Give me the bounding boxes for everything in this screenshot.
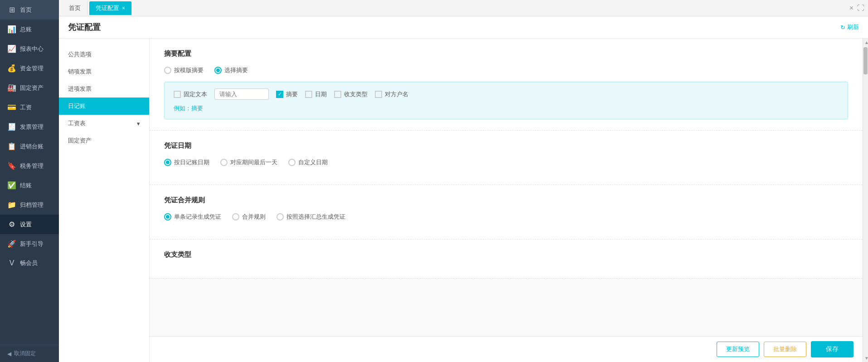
left-nav-item-public[interactable]: 公共选项 bbox=[59, 46, 149, 63]
checkbox-summary-box bbox=[276, 91, 283, 98]
left-nav-label-sales-invoice: 销项发票 bbox=[68, 68, 92, 76]
sidebar-label-salary: 工资 bbox=[20, 103, 32, 112]
batch-delete-button[interactable]: 批量删除 bbox=[764, 342, 806, 357]
tab-voucher-config-label: 凭证配置 bbox=[96, 4, 119, 12]
sidebar-label-trade-ledger: 进销台账 bbox=[20, 142, 44, 151]
sidebar-item-assets[interactable]: 🏭固定资产 bbox=[0, 78, 59, 98]
checkbox-counterparty-box bbox=[375, 91, 382, 98]
page-title: 凭证配置 bbox=[68, 22, 101, 33]
checkbox-income-type-label: 收支类型 bbox=[344, 90, 368, 98]
sidebar-item-settle[interactable]: ✅结账 bbox=[0, 176, 59, 195]
left-nav-item-diary[interactable]: 日记账 bbox=[59, 98, 149, 115]
save-button[interactable]: 保存 bbox=[811, 341, 853, 357]
checkbox-summary[interactable]: 摘要 bbox=[276, 90, 298, 98]
invoice-mgr-icon: 🧾 bbox=[7, 122, 16, 131]
left-nav-item-sales-invoice[interactable]: 销项发票 bbox=[59, 63, 149, 80]
summary-config-title: 摘要配置 bbox=[164, 49, 848, 58]
radio-select-merge-circle bbox=[276, 213, 284, 220]
radio-merge[interactable]: 合并规则 bbox=[232, 213, 266, 221]
home-icon: ⊞ bbox=[7, 5, 16, 14]
radio-template[interactable]: 按模版摘要 bbox=[164, 66, 204, 74]
checkbox-summary-label: 摘要 bbox=[286, 90, 298, 98]
radio-by-date[interactable]: 按日记账日期 bbox=[164, 158, 209, 166]
sidebar-item-salary[interactable]: 💳工资 bbox=[0, 98, 59, 117]
sidebar-label-vip: 畅会员 bbox=[20, 259, 38, 267]
radio-last-day-circle bbox=[220, 159, 228, 166]
radio-select-merge-label: 按照选择汇总生成凭证 bbox=[286, 213, 345, 221]
pin-icon: ◀ bbox=[7, 351, 11, 357]
sidebar-item-trade-ledger[interactable]: 📋进销台账 bbox=[0, 137, 59, 156]
sidebar-label-settings: 设置 bbox=[20, 220, 32, 229]
fixed-text-input[interactable] bbox=[214, 88, 269, 100]
sidebar-item-funds[interactable]: 💰资金管理 bbox=[0, 59, 59, 78]
tab-voucher-config[interactable]: 凭证配置 × bbox=[89, 1, 132, 15]
voucher-date-radio-row: 按日记账日期 对应期间最后一天 自定义日期 bbox=[164, 158, 848, 166]
salary-icon: 💳 bbox=[7, 103, 16, 112]
archive-icon: 📁 bbox=[7, 201, 16, 209]
scrollbar-track bbox=[863, 46, 868, 354]
refresh-icon: ↻ bbox=[840, 24, 845, 31]
sidebar-item-ledger[interactable]: 📊总账 bbox=[0, 20, 59, 39]
sidebar-item-guide[interactable]: 🚀新手引导 bbox=[0, 234, 59, 254]
update-preview-button[interactable]: 更新预览 bbox=[717, 342, 759, 357]
left-nav: 公共选项销项发票进项发票日记账工资表▾固定资产 bbox=[59, 39, 150, 362]
tab-close-icon[interactable]: × bbox=[122, 5, 125, 11]
left-nav-item-purchase-invoice[interactable]: 进项发票 bbox=[59, 80, 149, 98]
tab-home[interactable]: 首页 bbox=[63, 1, 87, 15]
radio-last-day-label: 对应期间最后一天 bbox=[230, 158, 277, 166]
refresh-button[interactable]: ↻ 刷新 bbox=[840, 23, 859, 31]
radio-single-label: 单条记录生成凭证 bbox=[174, 213, 221, 221]
sidebar-item-invoice-mgr[interactable]: 🧾发票管理 bbox=[0, 117, 59, 137]
sidebar-label-guide: 新手引导 bbox=[20, 240, 44, 248]
left-nav-item-fixed-assets[interactable]: 固定资产 bbox=[59, 132, 149, 149]
checkbox-date[interactable]: 日期 bbox=[305, 90, 327, 98]
section-income-type: 收支类型 bbox=[150, 240, 863, 279]
left-nav-label-diary: 日记账 bbox=[68, 102, 86, 110]
example-text: 例如：摘要 bbox=[174, 104, 839, 113]
sidebar-label-archive: 归档管理 bbox=[20, 201, 44, 209]
window-resize-btn[interactable]: ⛶ bbox=[857, 4, 864, 12]
reports-icon: 📈 bbox=[7, 44, 16, 53]
section-summary-config: 摘要配置 按模版摘要 选择摘要 bbox=[150, 39, 863, 131]
left-nav-item-payroll[interactable]: 工资表▾ bbox=[59, 115, 149, 132]
body-layout: 公共选项销项发票进项发票日记账工资表▾固定资产 摘要配置 按模版摘要 bbox=[59, 39, 868, 362]
sidebar-item-home[interactable]: ⊞首页 bbox=[0, 0, 59, 20]
main-area: 首页 凭证配置 × × ⛶ 凭证配置 ↻ 刷新 公共选项销项发票进项发票日记账工… bbox=[59, 0, 868, 362]
radio-custom-date[interactable]: 自定义日期 bbox=[288, 158, 328, 166]
income-type-title: 收支类型 bbox=[164, 250, 848, 259]
checkbox-counterparty[interactable]: 对方户名 bbox=[375, 90, 408, 98]
sidebar: ⊞首页📊总账📈报表中心💰资金管理🏭固定资产💳工资🧾发票管理📋进销台账🔖税务管理✅… bbox=[0, 0, 59, 362]
radio-single[interactable]: 单条记录生成凭证 bbox=[164, 213, 221, 221]
sidebar-item-reports[interactable]: 📈报表中心 bbox=[0, 39, 59, 59]
sidebar-label-reports: 报表中心 bbox=[20, 45, 44, 53]
scrollbar-thumb[interactable] bbox=[863, 47, 868, 74]
radio-by-date-circle bbox=[164, 159, 171, 166]
sidebar-item-tax[interactable]: 🔖税务管理 bbox=[0, 156, 59, 176]
checkbox-income-type[interactable]: 收支类型 bbox=[334, 90, 368, 98]
radio-last-day[interactable]: 对应期间最后一天 bbox=[220, 158, 277, 166]
scroll-up-arrow[interactable]: ▲ bbox=[863, 39, 868, 46]
guide-icon: 🚀 bbox=[7, 240, 16, 248]
summary-checkbox-row: 固定文本 摘要 日期 bbox=[174, 88, 839, 100]
sidebar-item-vip[interactable]: V畅会员 bbox=[0, 254, 59, 273]
sidebar-label-tax: 税务管理 bbox=[20, 162, 44, 170]
settings-icon: ⚙ bbox=[7, 220, 16, 229]
sidebar-item-archive[interactable]: 📁归档管理 bbox=[0, 195, 59, 215]
tab-bar: 首页 凭证配置 × × ⛶ bbox=[59, 0, 868, 16]
scroll-down-arrow[interactable]: ▼ bbox=[863, 354, 868, 362]
radio-select[interactable]: 选择摘要 bbox=[214, 66, 248, 74]
checkbox-income-type-box bbox=[334, 91, 341, 98]
sidebar-scroll: ⊞首页📊总账📈报表中心💰资金管理🏭固定资产💳工资🧾发票管理📋进销台账🔖税务管理✅… bbox=[0, 0, 59, 345]
unpin-button[interactable]: ◀ 取消固定 bbox=[0, 345, 59, 362]
checkbox-fixed-text[interactable]: 固定文本 bbox=[174, 90, 207, 98]
summary-config-box: 固定文本 摘要 日期 bbox=[164, 82, 848, 119]
section-voucher-date: 凭证日期 按日记账日期 对应期间最后一天 bbox=[150, 131, 863, 185]
window-scrollbar[interactable]: ▲ ▼ bbox=[863, 39, 868, 362]
merge-rules-title: 凭证合并规则 bbox=[164, 196, 848, 205]
left-nav-label-public: 公共选项 bbox=[68, 50, 92, 59]
radio-single-circle bbox=[164, 213, 171, 220]
radio-select-merge[interactable]: 按照选择汇总生成凭证 bbox=[276, 213, 345, 221]
sidebar-item-settings[interactable]: ⚙设置 bbox=[0, 215, 59, 234]
window-close-btn[interactable]: × bbox=[849, 4, 853, 12]
left-nav-label-fixed-assets: 固定资产 bbox=[68, 137, 92, 145]
